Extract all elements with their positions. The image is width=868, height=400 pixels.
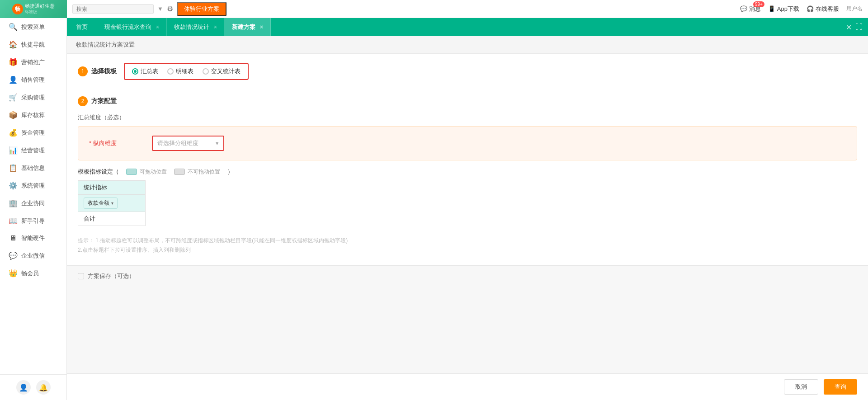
sidebar-label-system: 系统管理 xyxy=(21,182,45,190)
tip-1: 提示： 1.拖动标题栏可以调整布局，不可跨维度或指标区域拖动栏目字段(只能在同一… xyxy=(78,237,857,245)
dimension-section-label: 汇总维度（必选） xyxy=(78,113,857,122)
sidebar-item-basic[interactable]: 📋 基础信息 xyxy=(0,159,66,177)
sidebar-label-hardware: 智能硬件 xyxy=(21,234,45,242)
maximize-icon[interactable]: ⛶ xyxy=(855,23,863,31)
tab-collection-stats[interactable]: 收款情况统计× xyxy=(167,18,225,36)
sidebar-item-marketing[interactable]: 🎁 营销推广 xyxy=(0,53,66,71)
save-option-label: 方案保存（可选） xyxy=(88,272,135,280)
sidebar-bottom-icon-1[interactable]: 👤 xyxy=(16,380,31,395)
tab-bank-flow[interactable]: 现金银行流水查询× xyxy=(97,18,167,36)
radio-dot-summary xyxy=(132,68,138,75)
tip-2: 2.点击标题栏下拉可设置排序、插入列和删除列 xyxy=(78,246,857,254)
headset-icon: 🎧 xyxy=(807,5,814,12)
draggable-indicator xyxy=(126,169,137,175)
tab-close-new-plan[interactable]: × xyxy=(260,24,263,30)
sidebar-label-sales: 销售管理 xyxy=(21,76,45,84)
hint-undraggable: 不可拖动位置 xyxy=(174,168,220,176)
tab-home[interactable]: 首页 xyxy=(67,18,97,36)
sidebar-label-search-menu: 搜索菜单 xyxy=(21,23,45,31)
step2-section: 2 方案配置 汇总维度（必选） * 纵向维度 —— 请选择分组维度 ▼ xyxy=(67,96,868,265)
sidebar-icon-hardware: 🖥 xyxy=(9,234,18,242)
tab-label-bank-flow: 现金银行流水查询 xyxy=(104,23,151,31)
tab-bar: 首页现金银行流水查询×收款情况统计×新建方案× ✕ ⛶ xyxy=(67,18,868,36)
search-dropdown-icon[interactable]: ▼ xyxy=(157,5,163,12)
sidebar-label-marketing: 营销推广 xyxy=(21,58,45,66)
bottom-action-bar: 取消 查询 xyxy=(67,373,868,400)
template-radio-group: 汇总表 明细表 交叉统计表 xyxy=(124,63,249,80)
user-info[interactable]: 用户名 xyxy=(846,5,863,13)
sidebar-item-purchase[interactable]: 🛒 采购管理 xyxy=(0,89,66,106)
sidebar-label-inventory: 库存核算 xyxy=(21,111,45,119)
vertical-label: * 纵向维度 xyxy=(89,139,117,147)
message-icon: 💬 xyxy=(740,5,747,12)
step1-label: 选择模板 xyxy=(91,67,117,75)
sidebar-bottom-icon-2[interactable]: 🔔 xyxy=(36,380,51,395)
sidebar-item-hardware[interactable]: 🖥 智能硬件 xyxy=(0,230,66,247)
radio-dot-detail xyxy=(167,68,174,75)
sidebar-icon-search-menu: 🔍 xyxy=(9,23,18,31)
sidebar-icon-operation: 📊 xyxy=(9,146,18,155)
sidebar-icon-marketing: 🎁 xyxy=(9,58,18,66)
sidebar-label-quick-nav: 快捷导航 xyxy=(21,41,45,49)
download-button[interactable]: 📱 App下载 xyxy=(768,5,799,13)
dimension-select[interactable]: 请选择分组维度 ▼ xyxy=(152,136,224,151)
sidebar-item-enterprise[interactable]: 🏢 企业协同 xyxy=(0,194,66,212)
service-button[interactable]: 🎧 在线客服 xyxy=(807,5,839,13)
tab-close-bank-flow[interactable]: × xyxy=(156,24,159,30)
service-label: 在线客服 xyxy=(816,5,839,13)
sidebar-label-purchase: 采购管理 xyxy=(21,94,45,102)
sidebar-icon-basic: 📋 xyxy=(9,164,18,172)
sidebar-item-sales[interactable]: 👤 销售管理 xyxy=(0,71,66,89)
tag-chevron-icon: ▾ xyxy=(111,201,113,206)
dimension-area: * 纵向维度 —— 请选择分组维度 ▼ xyxy=(78,126,857,160)
close-window-icon[interactable]: ✕ xyxy=(846,23,852,32)
sidebar-item-guide[interactable]: 📖 新手引导 xyxy=(0,212,66,230)
metrics-tag-amount[interactable]: 收款金额 ▾ xyxy=(84,198,118,209)
sidebar-label-enterprise: 企业协同 xyxy=(21,199,45,207)
page-content: 收款情况统计方案设置 1 选择模板 汇总表 明细表 xyxy=(67,36,868,373)
message-badge: 99+ xyxy=(753,1,764,7)
metrics-cell-total: 合计 xyxy=(78,212,145,226)
message-button[interactable]: 💬 消息 99+ xyxy=(740,5,761,13)
sidebar-item-system[interactable]: ⚙️ 系统管理 xyxy=(0,177,66,194)
trial-button[interactable]: 体验行业方案 xyxy=(177,2,226,16)
settings-icon[interactable]: ⚙ xyxy=(167,5,173,13)
cancel-button[interactable]: 取消 xyxy=(784,379,818,395)
sidebar-label-member: 畅会员 xyxy=(21,269,39,278)
step1-num: 1 xyxy=(78,66,88,76)
sidebar-item-inventory[interactable]: 📦 库存核算 xyxy=(0,106,66,124)
query-button[interactable]: 查询 xyxy=(824,379,857,395)
sidebar-icon-wechat: 💬 xyxy=(9,251,18,260)
sidebar-item-search-menu[interactable]: 🔍 搜索菜单 xyxy=(0,18,66,36)
sidebar-item-wechat[interactable]: 💬 企业微信 xyxy=(0,247,66,264)
radio-cross[interactable]: 交叉统计表 xyxy=(203,67,241,75)
metrics-table: 统计指标 收款金额 ▾ 合计 xyxy=(78,180,146,226)
step2-label: 方案配置 xyxy=(91,97,117,105)
save-option-row: 方案保存（可选） xyxy=(67,265,868,287)
breadcrumb: 收款情况统计方案设置 xyxy=(67,36,868,54)
sidebar-icon-finance: 💰 xyxy=(9,128,18,137)
tab-label-collection-stats: 收款情况统计 xyxy=(174,23,209,31)
tab-new-plan[interactable]: 新建方案× xyxy=(225,18,271,36)
select-chevron-icon: ▼ xyxy=(215,141,220,146)
sidebar-icon-purchase: 🛒 xyxy=(9,93,18,102)
radio-detail[interactable]: 明细表 xyxy=(167,67,193,75)
sidebar-item-member[interactable]: 👑 畅会员 xyxy=(0,264,66,282)
sidebar-item-operation[interactable]: 📊 经营管理 xyxy=(0,141,66,159)
tab-close-collection-stats[interactable]: × xyxy=(214,24,217,30)
search-input[interactable] xyxy=(72,4,154,14)
sidebar-label-guide: 新手引导 xyxy=(21,217,45,225)
download-icon: 📱 xyxy=(768,5,775,12)
sidebar-label-operation: 经营管理 xyxy=(21,146,45,155)
save-checkbox[interactable] xyxy=(78,273,84,279)
sidebar-label-basic: 基础信息 xyxy=(21,164,45,172)
metrics-hint-row: 模板指标设定（ 可拖动位置 不可拖动位置 ） xyxy=(78,168,857,176)
step1-section: 1 选择模板 汇总表 明细表 交叉统计表 xyxy=(67,54,868,96)
arrow-icon: —— xyxy=(129,140,141,147)
sidebar-label-wechat: 企业微信 xyxy=(21,252,45,260)
sidebar-item-finance[interactable]: 💰 资金管理 xyxy=(0,124,66,141)
sidebar-item-quick-nav[interactable]: 🏠 快捷导航 xyxy=(0,36,66,53)
undraggable-indicator xyxy=(174,169,185,175)
sidebar-icon-member: 👑 xyxy=(9,269,18,278)
radio-summary[interactable]: 汇总表 xyxy=(132,67,158,75)
